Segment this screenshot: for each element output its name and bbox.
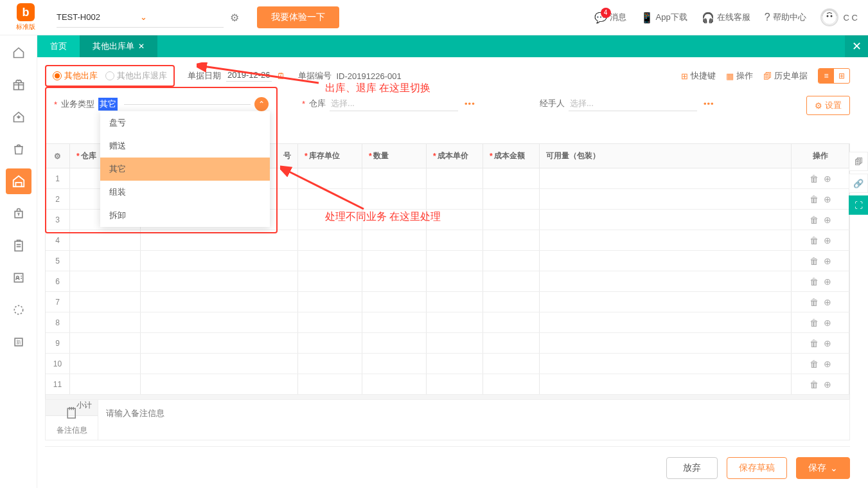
operate-link[interactable]: ▦操作 [726,70,753,82]
rail-contact-icon[interactable] [12,271,26,285]
radio-other-return[interactable]: 其他出库退库 [105,70,167,82]
date-value[interactable]: 2019-12-26 [226,70,272,82]
delete-icon[interactable]: 🗑 [810,359,819,369]
col-cost: *成本单价 [427,144,483,168]
more-icon[interactable]: ••• [465,99,475,109]
app-download-button[interactable]: 📱 App下载 [641,12,687,24]
link-icon[interactable]: 🔗 [849,174,868,193]
add-icon[interactable]: ⊕ [824,297,831,307]
delete-icon[interactable]: 🗑 [810,174,819,184]
dropdown-item[interactable]: 赠送 [100,134,270,158]
more-icon[interactable]: ••• [704,99,714,109]
table-row[interactable]: 8🗑⊕ [46,312,849,333]
user-menu[interactable]: C C [820,8,858,26]
help-center-label: 帮助中心 [773,12,806,23]
row-index: 9 [46,333,70,353]
customer-service-button[interactable]: 🎧 在线客服 [702,12,750,24]
doc-icon[interactable]: 🗐 [849,152,868,171]
col-ops: 操作 [792,144,849,168]
view-list-icon[interactable]: ≡ [819,69,834,83]
chevron-down-icon: ⌄ [140,12,224,22]
dropdown-item[interactable]: 组装 [100,181,270,204]
tab-home[interactable]: 首页 [37,35,80,57]
notes-section: 🗒 备注信息 [45,399,850,440]
store-name: TEST-H002 [57,12,140,22]
delete-icon[interactable]: 🗑 [810,338,819,348]
tab-other-out[interactable]: 其他出库单 ✕ [80,35,157,57]
table-row[interactable]: 9🗑⊕ [46,333,849,354]
settings-button[interactable]: ⚙ 设置 [806,96,850,115]
delete-icon[interactable]: 🗑 [810,215,819,225]
add-icon[interactable]: ⊕ [824,174,831,184]
logo[interactable]: b 标准版 [10,3,41,32]
add-icon[interactable]: ⊕ [824,359,831,369]
username: C C [844,13,858,23]
svg-point-7 [14,305,22,314]
handler-input[interactable] [569,96,697,111]
biztype-value[interactable]: 其它 [98,98,118,111]
delete-icon[interactable]: 🗑 [810,318,819,328]
discard-button[interactable]: 放弃 [666,457,718,479]
table-row[interactable]: 10🗑⊕ [46,354,849,374]
calendar-icon[interactable]: 🗓 [277,71,285,81]
rail-bag-icon[interactable] [12,142,26,156]
row-index: 6 [46,271,70,291]
close-all-tabs[interactable]: ✕ [845,35,868,57]
save-draft-button[interactable]: 保存草稿 [727,457,787,479]
rail-inbound-icon[interactable] [12,110,26,124]
form-row-1: 其他出库 其他出库退库 单据日期 2019-12-26 🗓 单据编号 ID-20… [45,65,850,87]
left-rail: 新 [0,35,37,488]
add-icon[interactable]: ⊕ [824,318,831,328]
dropdown-item[interactable]: 拆卸 [100,204,270,227]
svg-point-1 [826,15,828,17]
add-icon[interactable]: ⊕ [824,338,831,348]
rail-warehouse-icon[interactable] [6,168,31,194]
rail-sync-icon[interactable] [12,303,26,317]
history-link[interactable]: 🗐历史单据 [763,70,808,82]
messages-button[interactable]: 💬 消息 4 [594,12,626,24]
table-row[interactable]: 11🗑⊕ [46,374,849,395]
rail-clipboard-icon[interactable] [12,239,26,253]
rail-gift-icon[interactable] [12,78,26,92]
notes-input[interactable] [98,400,849,440]
try-button[interactable]: 我要体验一下 [257,6,339,28]
delete-icon[interactable]: 🗑 [810,276,819,287]
delete-icon[interactable]: 🗑 [810,235,819,246]
warehouse-input[interactable] [330,96,458,111]
add-icon[interactable]: ⊕ [824,215,831,225]
radio-other-return-label: 其他出库退库 [117,70,167,82]
tab-bar: 首页 其他出库单 ✕ ✕ [37,35,868,57]
chevron-up-icon[interactable]: ⌃ [254,97,269,111]
help-center-button[interactable]: ? 帮助中心 [765,12,806,23]
rail-home-icon[interactable] [12,46,26,60]
view-grid-icon[interactable]: ⊞ [834,69,849,83]
dropdown-item[interactable]: 盘亏 [100,111,270,134]
expand-icon[interactable]: ⛶ [849,195,868,215]
radio-other-out[interactable]: 其他出库 [53,70,98,82]
add-icon[interactable]: ⊕ [824,379,831,390]
toolbar-links: ⊞快捷键 ▦操作 🗐历史单据 ≡ ⊞ [681,68,850,84]
add-icon[interactable]: ⊕ [824,235,831,246]
rail-new-icon[interactable]: 新 [12,335,26,349]
biztype-field-wrap: * 业务类型 其它 ⌃ 盘亏 赠送 其它 组装 拆卸 [45,87,278,233]
table-row[interactable]: 5🗑⊕ [46,251,849,271]
close-icon[interactable]: ✕ [138,42,145,51]
store-selector[interactable]: TEST-H002 ⌄ [57,7,224,28]
add-icon[interactable]: ⊕ [824,276,831,287]
rail-money-icon[interactable] [12,206,26,221]
add-icon[interactable]: ⊕ [824,256,831,266]
delete-icon[interactable]: 🗑 [810,297,819,307]
avatar [820,8,838,26]
delete-icon[interactable]: 🗑 [810,379,819,390]
delete-icon[interactable]: 🗑 [810,194,819,204]
delete-icon[interactable]: 🗑 [810,256,819,266]
shortcut-link[interactable]: ⊞快捷键 [681,70,716,82]
save-button[interactable]: 保存 ⌄ [796,457,850,479]
dropdown-item[interactable]: 其它 [100,158,270,181]
col-amount: *成本金额 [483,144,540,168]
table-row[interactable]: 7🗑⊕ [46,292,849,312]
table-row[interactable]: 6🗑⊕ [46,271,849,292]
gear-icon[interactable]: ⚙ [230,12,239,24]
form-row-2: *仓库 ••• 经手人 ••• ⚙ 设置 [302,96,850,115]
add-icon[interactable]: ⊕ [824,194,831,204]
